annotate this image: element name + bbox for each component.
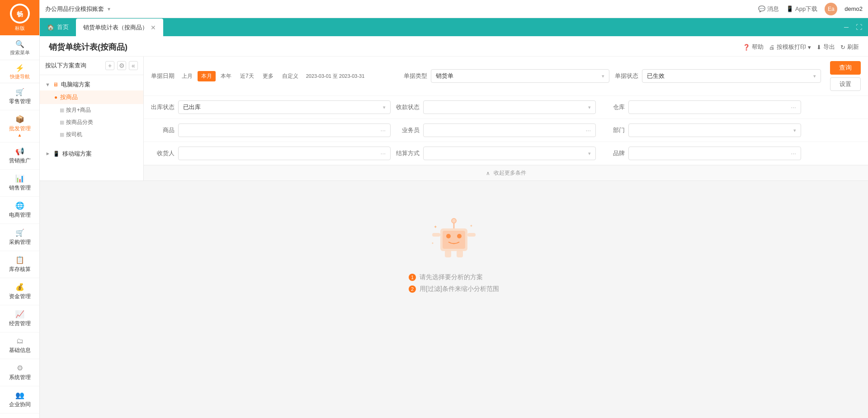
- avatar-text: Ea: [828, 6, 835, 12]
- status-filter-control[interactable]: 已生效 ▾: [642, 69, 821, 83]
- sales-label: 销售管理: [9, 184, 31, 192]
- date-tab-more[interactable]: 更多: [259, 71, 277, 81]
- svg-point-7: [452, 218, 456, 223]
- sidebar-item-guide[interactable]: 🎯 新手引导: [0, 413, 39, 418]
- app-download-action[interactable]: 📱 App下载: [786, 5, 817, 13]
- enterprise-label: 企业协同: [9, 401, 31, 408]
- sidebar-item-marketing[interactable]: 📢 营销推广: [0, 142, 39, 170]
- warehouse-dots[interactable]: ···: [791, 104, 796, 111]
- filter-row-3: 商品 ··· 业务员 ··· 部门: [144, 119, 868, 142]
- tabbar: 🏠 首页 销货单统计表（按商品） ✕ ─ ⛶: [40, 18, 868, 36]
- svg-text:✦: ✦: [431, 242, 434, 245]
- settlement-filter-group: 结算方式 ▾: [396, 147, 596, 160]
- print-btn[interactable]: 🖨 按模板打印 ▾: [769, 43, 811, 51]
- date-tab-7days[interactable]: 近7天: [236, 71, 258, 81]
- warehouse-control[interactable]: ···: [628, 100, 801, 114]
- product-control[interactable]: ···: [178, 124, 391, 137]
- tab-close-icon[interactable]: ✕: [151, 24, 156, 31]
- empty-text-list: 请先选择要分析的方案 用[过滤]条件来缩小分析范围: [409, 271, 499, 295]
- scheme-item-by-month-product[interactable]: ▦ 按月+商品: [40, 104, 143, 116]
- scheme-group-desktop-title[interactable]: ▼ 🖥 电脑端方案: [40, 79, 143, 90]
- message-action[interactable]: 💬 消息: [758, 5, 779, 13]
- sidebar-item-finance[interactable]: 💰 资金管理: [0, 278, 39, 305]
- scheme-item-by-driver-label: 按司机: [66, 131, 82, 138]
- scheme-group-mobile-title[interactable]: ▼ 📱 移动端方案: [40, 148, 143, 160]
- sidebar-item-inventory[interactable]: 📋 库存核算: [0, 251, 39, 278]
- receiver-control[interactable]: ···: [178, 147, 391, 160]
- scheme-item-by-product-label: 按商品: [60, 93, 78, 101]
- wholesale-label: 批发管理: [9, 125, 31, 133]
- sales-rep-dots[interactable]: ···: [585, 127, 591, 134]
- type-filter-label: 单据类型: [404, 72, 427, 80]
- sidebar-item-operations[interactable]: 📈 经营管理: [0, 305, 39, 332]
- scheme-header: 按以下方案查询 + ⚙ «: [40, 57, 143, 75]
- scheme-item-icon: ●: [54, 94, 57, 100]
- brand-control[interactable]: ···: [628, 147, 801, 160]
- payment-status-filter-group: 收款状态 ▾: [396, 100, 596, 114]
- warehouse-status-control[interactable]: 已出库 ▾: [178, 100, 391, 114]
- date-tab-custom[interactable]: 自定义: [278, 71, 302, 81]
- payment-status-control[interactable]: ▾: [423, 100, 596, 114]
- sidebar-item-wholesale[interactable]: 📦 批发管理 ▲: [0, 110, 39, 142]
- sidebar-item-ecommerce[interactable]: 🌐 电商管理: [0, 197, 39, 224]
- date-tab-last-month[interactable]: 上月: [178, 71, 196, 81]
- scheme-settings-btn[interactable]: ⚙: [117, 61, 126, 70]
- settings-button[interactable]: 设置: [830, 77, 861, 91]
- svg-text:✦: ✦: [434, 224, 437, 229]
- scheme-item-by-driver[interactable]: ▦ 按司机: [40, 128, 143, 141]
- sales-rep-control[interactable]: ···: [423, 124, 596, 137]
- empty-text-line1-text: 请先选择要分析的方案: [420, 273, 483, 281]
- marketing-label: 营销推广: [9, 157, 31, 165]
- logo-subtitle: 标版: [15, 25, 25, 32]
- tab-sales-stat-label: 销货单统计表（按商品）: [83, 24, 148, 32]
- topbar-dropdown-arrow[interactable]: ▾: [108, 6, 110, 12]
- scheme-item-by-category[interactable]: ▦ 按商品分类: [40, 116, 143, 128]
- brand-dots[interactable]: ···: [791, 150, 796, 157]
- operations-label: 经营管理: [9, 320, 31, 328]
- message-label: 消息: [767, 5, 779, 13]
- settlement-control[interactable]: ▾: [423, 147, 596, 160]
- date-tab-this-year[interactable]: 本年: [217, 71, 235, 81]
- sidebar-item-basic[interactable]: 🗂 基础信息: [0, 332, 39, 359]
- scheme-item-by-product[interactable]: ● 按商品: [40, 90, 143, 104]
- scheme-collapse-btn[interactable]: «: [129, 61, 138, 70]
- date-tabs-group: 上月 本月 本年 近7天 更多 自定义 2023-03-01 至 2023-03…: [178, 71, 398, 81]
- warehouse-status-filter-group: 出库状态 已出库 ▾: [151, 100, 391, 114]
- collapse-bar[interactable]: ∧ 收起更多条件: [144, 165, 868, 180]
- search-icon: 🔍: [15, 40, 24, 48]
- tabbar-minimize-btn[interactable]: ─: [841, 22, 852, 33]
- dept-arrow: ▾: [793, 128, 796, 133]
- scheme-add-btn[interactable]: +: [105, 61, 114, 70]
- marketing-icon: 📢: [15, 147, 24, 156]
- user-avatar[interactable]: Ea: [825, 3, 837, 15]
- receiver-dots[interactable]: ···: [381, 150, 386, 157]
- sidebar-item-system[interactable]: ⚙ 系统管理: [0, 359, 39, 386]
- export-btn[interactable]: ⬇ 导出: [816, 43, 835, 51]
- dept-control[interactable]: ▾: [628, 124, 801, 137]
- help-btn[interactable]: ❓ 帮助: [743, 43, 764, 51]
- sidebar-quick-nav[interactable]: ⚡ 快捷导航: [0, 60, 39, 83]
- product-dots[interactable]: ···: [381, 127, 386, 134]
- sidebar-item-sales[interactable]: 📊 销售管理: [0, 170, 39, 197]
- query-button[interactable]: 查询: [830, 61, 861, 75]
- sales-icon: 📊: [15, 174, 24, 183]
- dept-label: 部门: [601, 126, 625, 134]
- date-tab-this-month[interactable]: 本月: [198, 71, 216, 81]
- tab-home[interactable]: 🏠 首页: [40, 18, 76, 36]
- scheme-group-mobile-arrow: ▼: [45, 152, 50, 157]
- sidebar-item-enterprise[interactable]: 👥 企业协同: [0, 386, 39, 413]
- refresh-btn[interactable]: ↻ 刷新: [840, 43, 859, 51]
- help-icon: ❓: [743, 44, 750, 51]
- brand-label: 品牌: [601, 149, 625, 157]
- sidebar-search[interactable]: 🔍 搜索菜单: [0, 35, 39, 60]
- tab-sales-stat[interactable]: 销货单统计表（按商品） ✕: [76, 19, 163, 37]
- warehouse-filter-group: 仓库 ···: [601, 100, 801, 114]
- refresh-icon: ↻: [840, 44, 845, 51]
- tabbar-maximize-btn[interactable]: ⛶: [854, 22, 864, 33]
- type-filter-control[interactable]: 销货单 ▾: [431, 69, 610, 83]
- sidebar-item-retail[interactable]: 🛒 零售管理: [0, 83, 39, 110]
- type-filter-value: 销货单: [436, 72, 453, 80]
- sidebar-item-procurement[interactable]: 🛒 采购管理: [0, 224, 39, 251]
- sidebar-logo[interactable]: 畅 标版: [0, 0, 39, 35]
- finance-icon: 💰: [15, 283, 24, 291]
